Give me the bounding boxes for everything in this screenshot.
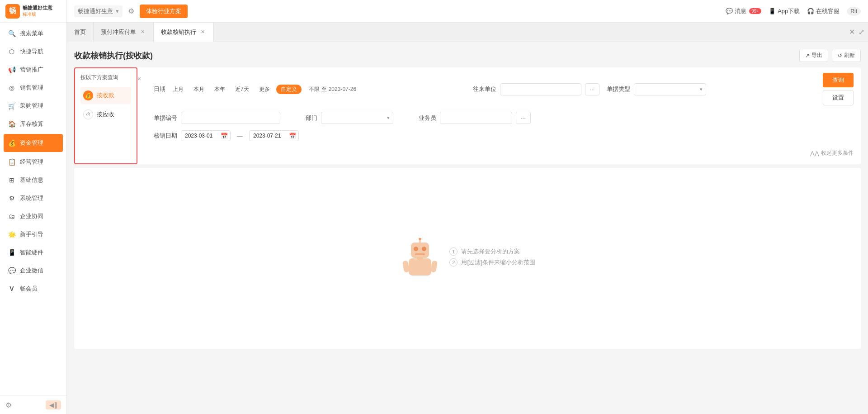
sidebar-item-finance[interactable]: 💰 资金管理 bbox=[4, 134, 63, 152]
marketing-icon: 📢 bbox=[7, 65, 16, 74]
topbar: 畅捷通好生意 ▾ ⚙ 体验行业方案 💬 消息 99+ 📱 App下载 🎧 在线客… bbox=[67, 0, 868, 23]
collapse-more-btn[interactable]: ⋀⋀ 收起更多条件 bbox=[154, 148, 854, 159]
doc-number-input[interactable] bbox=[181, 112, 280, 124]
svg-rect-4 bbox=[415, 253, 425, 255]
tip-num-1: 1 bbox=[449, 247, 458, 256]
headset-icon: 🎧 bbox=[807, 8, 814, 14]
tabs-bar: 首页 预付冲应付单 ✕ 收款核销执行 ✕ ✕ ⤢ bbox=[67, 23, 868, 42]
date-label: 日期 bbox=[154, 85, 165, 93]
date-tab-last-month[interactable]: 上月 bbox=[169, 85, 187, 94]
svg-rect-1 bbox=[411, 243, 429, 258]
tab-expand-icon[interactable]: ⤢ bbox=[859, 28, 864, 36]
empty-state: 1 请先选择要分析的方案 2 用[过滤]条件来缩小分析范围 bbox=[400, 238, 535, 279]
empty-tips: 1 请先选择要分析的方案 2 用[过滤]条件来缩小分析范围 bbox=[449, 247, 535, 269]
counterpart-input[interactable] bbox=[500, 83, 581, 95]
sales-icon: ◎ bbox=[7, 83, 16, 92]
sidebar-item-sales[interactable]: ◎ 销售管理 bbox=[0, 79, 66, 97]
settings-button[interactable]: 设置 bbox=[823, 90, 854, 105]
tab-writeoff-close[interactable]: ✕ bbox=[199, 29, 206, 36]
empty-tip-1: 1 请先选择要分析的方案 bbox=[449, 247, 535, 256]
tab-home[interactable]: 首页 bbox=[67, 23, 94, 42]
quicknav-icon: ⬡ bbox=[7, 47, 16, 56]
date-tab-custom[interactable]: 自定义 bbox=[276, 85, 302, 94]
salesperson-label: 业务员 bbox=[419, 114, 436, 122]
robot-svg bbox=[400, 238, 440, 279]
query-button[interactable]: 查询 bbox=[823, 73, 854, 87]
empty-illustration bbox=[400, 238, 440, 279]
logo-text: 畅捷通好生意 标准版 bbox=[23, 5, 52, 18]
svg-point-9 bbox=[419, 238, 421, 240]
calendar-from-icon: 📅 bbox=[221, 133, 228, 139]
writeoff-date-to-wrap: 📅 bbox=[249, 130, 299, 141]
refresh-button[interactable]: ↺ 刷新 bbox=[832, 49, 861, 62]
sidebar-item-quicknav[interactable]: ⬡ 快捷导航 bbox=[0, 43, 66, 61]
industry-solution-button[interactable]: 体验行业方案 bbox=[140, 5, 188, 18]
query-collapse-btn[interactable]: « bbox=[137, 67, 146, 164]
sidebar-logo: 畅 畅捷通好生意 标准版 bbox=[0, 0, 66, 23]
user-avatar[interactable]: Rit bbox=[847, 7, 861, 16]
query-option-by-receipt[interactable]: 💰 按收款 bbox=[80, 87, 131, 104]
receipt-option-icon: 💰 bbox=[83, 90, 93, 100]
messages-button[interactable]: 💬 消息 99+ bbox=[726, 7, 761, 15]
counterpart-dots-btn[interactable]: ··· bbox=[585, 83, 600, 95]
app-download-button[interactable]: 📱 App下载 bbox=[769, 7, 800, 15]
vip-icon: V bbox=[7, 284, 16, 293]
query-actions: 查询 设置 bbox=[823, 73, 854, 105]
sidebar-item-purchase[interactable]: 🛒 采购管理 bbox=[0, 97, 66, 115]
settings-icon[interactable]: ⚙ bbox=[5, 401, 12, 409]
date-tab-this-year[interactable]: 本年 bbox=[211, 85, 229, 94]
collapse-sidebar-btn[interactable]: ◀‖ bbox=[46, 400, 61, 409]
sidebar-item-inventory[interactable]: 🏠 库存核算 bbox=[0, 115, 66, 133]
salesperson-dots-btn[interactable]: ··· bbox=[516, 112, 531, 124]
sidebar-item-guide[interactable]: 🌟 新手引导 bbox=[0, 225, 66, 243]
page-content: 收款核销执行(按收款) ↗ 导出 ↺ 刷新 按以下方案查询 💰 按收款 bbox=[67, 42, 868, 414]
brand-selector[interactable]: 畅捷通好生意 ▾ bbox=[74, 5, 123, 17]
tab-prepay[interactable]: 预付冲应付单 ✕ bbox=[94, 23, 154, 42]
gear-icon[interactable]: ⚙ bbox=[128, 7, 134, 15]
date-from-unlimit: 不限 至 2023-07-26 bbox=[309, 86, 356, 93]
sidebar-item-operation[interactable]: 📋 经营管理 bbox=[0, 153, 66, 171]
svg-rect-7 bbox=[417, 257, 423, 260]
query-sidebar-title: 按以下方案查询 bbox=[80, 74, 131, 81]
department-label: 部门 bbox=[306, 114, 317, 122]
sidebar-nav: 🔍 搜索菜单 ⬡ 快捷导航 📢 营销推广 ◎ 销售管理 🛒 采购管理 🏠 库存核… bbox=[0, 23, 66, 395]
doc-number-label: 单据编号 bbox=[154, 114, 177, 122]
sidebar-item-search[interactable]: 🔍 搜索菜单 bbox=[0, 24, 66, 43]
finance-icon: 💰 bbox=[7, 138, 16, 148]
online-service-button[interactable]: 🎧 在线客服 bbox=[807, 7, 840, 15]
tab-close-all-icon[interactable]: ✕ bbox=[849, 28, 855, 36]
export-button[interactable]: ↗ 导出 bbox=[799, 49, 828, 62]
query-option-by-receivable[interactable]: ⏱ 按应收 bbox=[80, 106, 131, 123]
message-icon: 💬 bbox=[726, 8, 733, 14]
sidebar-item-basic[interactable]: ⊞ 基础信息 bbox=[0, 171, 66, 189]
sidebar-item-marketing[interactable]: 📢 营销推广 bbox=[0, 61, 66, 79]
sidebar-item-enterprise[interactable]: 🗂 企业协同 bbox=[0, 207, 66, 225]
svg-point-3 bbox=[422, 247, 426, 251]
svg-rect-0 bbox=[409, 258, 431, 276]
dept-select-wrap: ▾ bbox=[321, 112, 393, 124]
page-title: 收款核销执行(按收款) bbox=[74, 50, 153, 61]
date-tab-7days[interactable]: 近7天 bbox=[231, 85, 253, 94]
tab-writeoff[interactable]: 收款核销执行 ✕ bbox=[154, 23, 214, 42]
hardware-icon: 📱 bbox=[7, 248, 16, 257]
sidebar: 畅 畅捷通好生意 标准版 🔍 搜索菜单 ⬡ 快捷导航 📢 营销推广 ◎ 销售管理… bbox=[0, 0, 67, 414]
sidebar-item-wechat[interactable]: 💬 企业微信 bbox=[0, 262, 66, 280]
enterprise-icon: 🗂 bbox=[7, 212, 16, 221]
department-select[interactable] bbox=[321, 112, 393, 124]
date-tab-more[interactable]: 更多 bbox=[255, 85, 274, 94]
sidebar-item-system[interactable]: ⚙ 系统管理 bbox=[0, 189, 66, 207]
operation-icon: 📋 bbox=[7, 157, 16, 167]
doc-type-select[interactable] bbox=[634, 83, 706, 95]
content-area: 1 请先选择要分析的方案 2 用[过滤]条件来缩小分析范围 bbox=[74, 168, 861, 349]
wechat-icon: 💬 bbox=[7, 266, 16, 275]
refresh-icon: ↺ bbox=[838, 52, 842, 59]
sidebar-item-vip[interactable]: V 畅会员 bbox=[0, 280, 66, 298]
query-row-3: 核销日期 📅 — 📅 bbox=[154, 130, 854, 141]
doc-number-field: 单据编号 bbox=[154, 112, 280, 124]
tab-prepay-close[interactable]: ✕ bbox=[139, 29, 146, 36]
salesperson-input[interactable] bbox=[440, 112, 512, 124]
sidebar-item-hardware[interactable]: 📱 智能硬件 bbox=[0, 243, 66, 262]
phone-icon: 📱 bbox=[769, 8, 776, 14]
date-tab-this-month[interactable]: 本月 bbox=[190, 85, 208, 94]
query-sidebar: 按以下方案查询 💰 按收款 ⏱ 按应收 bbox=[74, 67, 137, 164]
